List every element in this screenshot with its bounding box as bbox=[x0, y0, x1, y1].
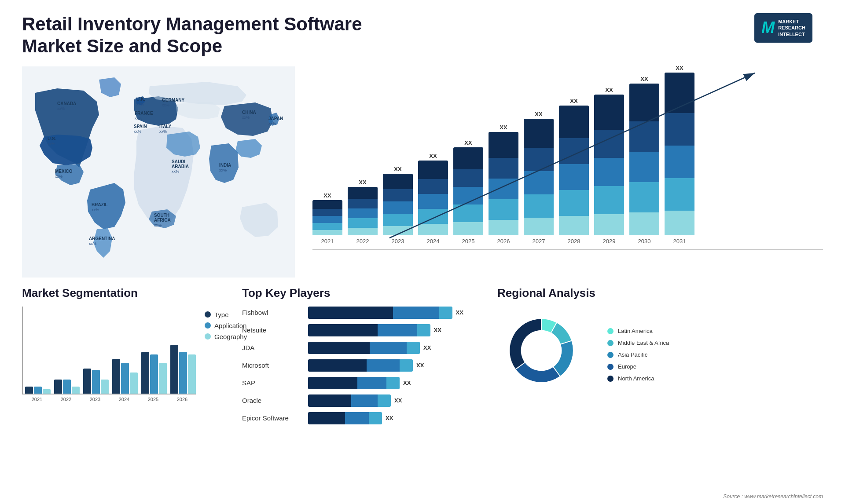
bar-xx-label: XX bbox=[500, 124, 507, 131]
bar-segment bbox=[418, 209, 448, 224]
bar-chart-wrapper: XX2021XX2022XX2023XX2024XX2025XX2026XX20… bbox=[312, 66, 823, 260]
stacked-bar bbox=[629, 84, 659, 235]
seg-bar bbox=[92, 370, 100, 394]
regional-chart: Latin AmericaMiddle East & AfricaAsia Pa… bbox=[497, 307, 823, 403]
bar-segment bbox=[348, 218, 378, 228]
players-section: Top Key Players FishbowlXXNetsuiteXXJDAX… bbox=[242, 286, 489, 424]
svg-text:SPAIN: SPAIN bbox=[134, 124, 147, 129]
bar-year-label: 2027 bbox=[533, 238, 545, 245]
bar-segment bbox=[594, 95, 624, 130]
svg-text:xx%: xx% bbox=[162, 103, 169, 107]
player-name: Microsoft bbox=[242, 362, 304, 369]
svg-text:MEXICO: MEXICO bbox=[55, 169, 73, 174]
svg-text:ITALY: ITALY bbox=[159, 124, 172, 129]
bar-segment bbox=[594, 214, 624, 235]
player-bar-container: XX bbox=[308, 394, 402, 407]
player-xx-label: XX bbox=[403, 380, 411, 386]
seg-bar bbox=[159, 363, 167, 394]
stacked-bar bbox=[665, 73, 694, 235]
regional-legend-item: Middle East & Africa bbox=[607, 340, 669, 346]
bar-col-2027: XX2027 bbox=[524, 111, 554, 245]
seg-year-label: 2021 bbox=[24, 397, 50, 402]
seg-year-label: 2026 bbox=[169, 397, 195, 402]
x-axis bbox=[312, 249, 823, 250]
stacked-bar bbox=[418, 161, 448, 235]
page-title: Retail Inventory Management Software Mar… bbox=[22, 13, 418, 58]
bar-segment bbox=[489, 220, 518, 235]
header: Retail Inventory Management Software Mar… bbox=[22, 13, 823, 58]
player-bar bbox=[308, 394, 391, 407]
bar-segment bbox=[629, 212, 659, 235]
seg-year-label: 2022 bbox=[53, 397, 79, 402]
segmentation-title: Market Segmentation bbox=[22, 286, 233, 300]
seg-bar-group bbox=[112, 359, 138, 394]
regional-legend-item: Latin America bbox=[607, 328, 669, 334]
regional-legend-item: Asia Pacific bbox=[607, 351, 669, 358]
world-map-svg: CANADA xx% U.S. xx% MEXICO xx% BRAZIL xx… bbox=[22, 66, 295, 278]
regional-title: Regional Analysis bbox=[497, 286, 823, 300]
player-bar-container: XX bbox=[308, 324, 441, 336]
svg-text:JAPAN: JAPAN bbox=[268, 116, 283, 121]
bar-segment bbox=[559, 216, 589, 235]
bar-segment bbox=[453, 205, 483, 222]
segmentation-section: Market Segmentation 20212022202320242025… bbox=[22, 286, 233, 424]
bar-segment bbox=[524, 171, 554, 194]
player-bar bbox=[308, 342, 420, 354]
bar-segment bbox=[348, 187, 378, 199]
svg-text:GERMANY: GERMANY bbox=[162, 98, 184, 102]
bar-segment bbox=[418, 161, 448, 179]
stacked-bar bbox=[559, 106, 589, 235]
bar-segment bbox=[312, 200, 342, 209]
seg-year-labels: 202120222023202420252026 bbox=[22, 397, 196, 402]
bar-col-2029: XX2029 bbox=[594, 87, 624, 245]
bar-segment bbox=[594, 158, 624, 186]
svg-text:xx%: xx% bbox=[135, 116, 142, 121]
seg-bar bbox=[101, 380, 109, 394]
player-bar-container: XX bbox=[308, 359, 424, 372]
player-row: MicrosoftXX bbox=[242, 359, 489, 372]
seg-bar bbox=[150, 354, 158, 394]
donut-segment bbox=[515, 362, 560, 382]
player-bar bbox=[308, 359, 413, 372]
bar-segment bbox=[383, 226, 413, 235]
bar-xx-label: XX bbox=[570, 98, 577, 104]
seg-bar bbox=[141, 352, 149, 394]
svg-text:xx%: xx% bbox=[154, 223, 162, 227]
svg-text:ARABIA: ARABIA bbox=[172, 164, 189, 169]
player-bar-container: XX bbox=[308, 412, 393, 424]
player-xx-label: XX bbox=[456, 309, 463, 316]
bar-segment bbox=[524, 148, 554, 171]
svg-text:AFRICA: AFRICA bbox=[154, 218, 171, 223]
bar-segment bbox=[348, 228, 378, 235]
bar-xx-label: XX bbox=[394, 166, 401, 172]
svg-text:xx%: xx% bbox=[172, 169, 179, 174]
bar-xx-label: XX bbox=[429, 153, 437, 159]
bar-year-label: 2031 bbox=[673, 238, 686, 245]
regional-legend-dot bbox=[607, 340, 614, 346]
bar-xx-label: XX bbox=[323, 192, 331, 199]
seg-bar-group bbox=[25, 387, 51, 394]
bar-segment bbox=[418, 194, 448, 209]
stacked-bar bbox=[383, 174, 413, 235]
bar-segment bbox=[665, 73, 694, 113]
bar-chart-section: XX2021XX2022XX2023XX2024XX2025XX2026XX20… bbox=[308, 66, 823, 282]
bar-year-label: 2023 bbox=[392, 238, 404, 245]
seg-bar bbox=[25, 387, 33, 394]
stacked-bar bbox=[312, 200, 342, 235]
bar-segment bbox=[524, 119, 554, 148]
bottom-grid: Market Segmentation 20212022202320242025… bbox=[22, 286, 823, 424]
svg-text:xx%: xx% bbox=[92, 208, 99, 212]
seg-year-label: 2024 bbox=[111, 397, 137, 402]
seg-bar bbox=[54, 380, 62, 394]
bar-segment bbox=[383, 214, 413, 226]
legend-dot bbox=[205, 322, 211, 329]
player-name: Epicor Software bbox=[242, 414, 304, 422]
bar-year-label: 2026 bbox=[497, 238, 510, 245]
bar-segment bbox=[559, 190, 589, 216]
player-xx-label: XX bbox=[434, 327, 441, 333]
seg-year-label: 2025 bbox=[140, 397, 166, 402]
player-bar bbox=[308, 307, 452, 319]
player-name: Netsuite bbox=[242, 326, 304, 334]
player-xx-label: XX bbox=[386, 415, 393, 421]
bar-year-label: 2024 bbox=[427, 238, 440, 245]
